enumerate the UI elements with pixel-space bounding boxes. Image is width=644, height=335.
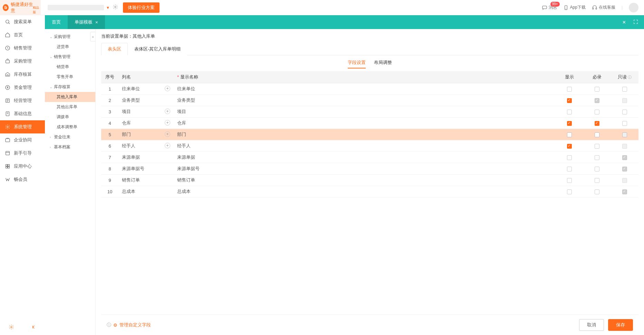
checkbox[interactable] [567,155,572,160]
sidebar-item-stock[interactable]: 库存核算 [0,68,45,81]
sidebar-item-guide[interactable]: 新手引导 [0,147,45,160]
checkbox[interactable] [567,121,572,126]
tree-group[interactable]: ⌄销售管理 [45,52,95,62]
settings-icon[interactable] [9,324,14,331]
th-required: 必录 [583,71,611,83]
checkbox[interactable] [567,189,572,194]
tree-leaf[interactable]: 销货单 [45,62,95,72]
tree-leaf[interactable]: 成本调整单 [45,122,95,132]
svg-point-0 [115,6,116,8]
table-row[interactable]: 3项目+项目 [101,106,638,118]
cell-display[interactable]: 销售订单 [174,175,556,186]
sidebar-item-basic[interactable]: 基础信息 [0,107,45,120]
section-tab[interactable]: 表体区-其它入库单明细 [128,43,187,55]
checkbox[interactable] [567,178,572,183]
tree-group[interactable]: ⌄采购管理 [45,32,95,42]
manage-custom-fields-link[interactable]: ⓘ ⚙ 管理自定义字段 [107,322,151,328]
messages-button[interactable]: 消息 99+ [542,4,557,10]
app-download-button[interactable]: App下载 [563,4,586,10]
cell-display[interactable]: 来源单据 [174,152,556,163]
avatar[interactable] [629,3,638,12]
table-row[interactable]: 1往来单位+往来单位 [101,83,638,95]
org-selector[interactable]: ▼ [48,5,110,10]
fullscreen-icon[interactable] [632,18,640,27]
tree-group[interactable]: ›基本档案 [45,142,95,152]
checkbox[interactable] [567,87,572,92]
sidebar-item-operation[interactable]: 经营管理 [0,94,45,107]
checkbox[interactable] [595,178,599,183]
sidebar-item-appcenter[interactable]: 应用中心 [0,160,45,173]
cell-display[interactable]: 经手人 [174,140,556,152]
table-row[interactable]: 4仓库+仓库 [101,118,638,129]
sub-tab[interactable]: 布局调整 [374,59,392,68]
checkbox[interactable] [595,189,599,194]
sidebar-item-finance[interactable]: 资金管理 [0,81,45,94]
table-row[interactable]: 9销售订单销售订单 [101,175,638,186]
tree-group[interactable]: ›资金往来 [45,132,95,142]
sub-tab[interactable]: 字段设置 [348,59,366,68]
checkbox[interactable] [567,132,572,137]
tree-collapse-handle[interactable]: « [90,32,95,41]
add-icon[interactable]: + [165,131,170,137]
add-icon[interactable]: + [165,86,170,91]
checkbox[interactable] [622,110,627,114]
tree-leaf[interactable]: 其他入库单 [45,92,95,102]
sidebar-item-system[interactable]: 系统管理 [0,120,45,133]
table-row[interactable]: 8来源单据号来源单据号 [101,163,638,175]
tree-group[interactable]: ⌄库存核算 [45,82,95,92]
table-row[interactable]: 7来源单据来源单据 [101,152,638,163]
try-plan-button[interactable]: 体验行业方案 [123,2,160,13]
checkbox[interactable] [595,121,599,126]
checkbox[interactable] [595,155,599,160]
add-icon[interactable]: + [165,143,170,148]
gear-icon[interactable] [113,4,118,11]
cell-display[interactable]: 仓库 [174,118,556,129]
collapse-icon[interactable] [31,324,37,331]
checkbox[interactable] [595,132,599,137]
message-icon [542,5,547,10]
checkbox[interactable] [595,87,599,92]
cell-display[interactable]: 往来单位 [174,83,556,95]
sidebar-item-home[interactable]: 首页 [0,28,45,41]
add-icon[interactable]: + [165,109,170,114]
checkbox[interactable] [567,144,572,149]
table-row[interactable]: 10总成本总成本 [101,186,638,197]
checkbox[interactable] [567,110,572,114]
tree-leaf[interactable]: 调拨单 [45,112,95,122]
tree-leaf[interactable]: 其他出库单 [45,102,95,112]
checkbox[interactable] [622,87,627,92]
cancel-button[interactable]: 取消 [579,319,604,331]
sidebar-item-purchase[interactable]: 采购管理 [0,55,45,68]
online-service-button[interactable]: 在线客服 [592,4,615,10]
cell-display[interactable]: 部门 [174,129,556,140]
tab-首页[interactable]: 首页 [45,15,68,29]
add-icon[interactable]: + [165,120,170,125]
table-row[interactable]: 5部门+部门 [101,129,638,140]
close-icon[interactable]: × [95,20,98,25]
cell-display[interactable]: 来源单据号 [174,163,556,175]
sidebar-item-search[interactable]: 搜索菜单 [0,15,45,28]
cell-display[interactable]: 项目 [174,106,556,118]
checkbox[interactable] [622,121,627,126]
sidebar-item-sales[interactable]: 销售管理 [0,41,45,55]
cell-display[interactable]: 总成本 [174,186,556,197]
svg-rect-18 [8,167,10,168]
tree-leaf[interactable]: 进货单 [45,42,95,52]
tab-单据模板[interactable]: 单据模板× [68,15,105,29]
section-tab[interactable]: 表头区 [101,43,128,55]
sidebar-item-member[interactable]: 畅会员 [0,173,45,186]
checkbox[interactable] [567,98,572,103]
help-icon[interactable]: ⓘ [628,75,632,79]
checkbox[interactable] [595,144,599,149]
save-button[interactable]: 保存 [608,319,633,331]
sidebar-item-collab[interactable]: 企业协同 [0,133,45,147]
cell-display[interactable]: 业务类型 [174,95,556,106]
checkbox[interactable] [595,167,599,171]
checkbox[interactable] [567,167,572,171]
close-all-icon[interactable]: ✕ [621,18,627,26]
tree-leaf[interactable]: 零售开单 [45,72,95,82]
table-row[interactable]: 6经手人+经手人 [101,140,638,152]
checkbox[interactable] [595,110,599,114]
table-row[interactable]: 2业务类型业务类型 [101,95,638,106]
brand-logo[interactable]: b 畅捷通好生意 精品版 [0,0,41,15]
